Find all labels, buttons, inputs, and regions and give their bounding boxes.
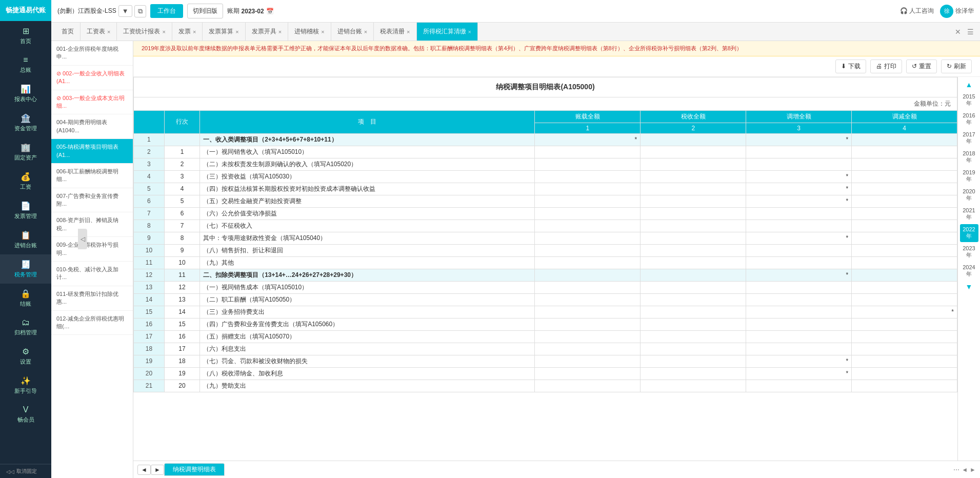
data-cell-r16-c2[interactable] [641,318,746,330]
sheet-tab-item[interactable]: 纳税调整明细表 [164,463,225,476]
data-cell-r6-c2[interactable] [641,195,746,207]
data-cell-r8-c1[interactable] [535,220,641,232]
data-cell-r16-c3[interactable] [746,318,852,330]
doc-item-008[interactable]: 008-资产折旧、摊销及纳税... [51,212,133,237]
sidebar-item-fixed_asset[interactable]: 🏢固定资产 [0,137,51,167]
tab-invoice_in[interactable]: 进销稽核× [288,23,331,41]
year-up-btn[interactable]: ▲ [962,79,977,90]
data-cell-r17-c4[interactable] [852,330,957,343]
data-cell-r19-c2[interactable] [641,355,746,367]
data-cell-r3-c3[interactable] [746,158,852,170]
tab-invoice_calc[interactable]: 发票算算× [203,23,245,41]
xiangmu-cell[interactable]: （五）捐赠支出（填写A105070） [200,330,535,343]
xiangmu-cell[interactable]: （三）业务招待费支出 [200,306,535,318]
sidebar-item-asset_mgmt[interactable]: 🏦资金管理 [0,108,51,137]
sheet-scroll-left-btn[interactable]: ◄ [137,465,151,475]
scroll-dots-btn[interactable]: ⋯ [953,466,959,473]
data-cell-r2-c1[interactable] [535,146,641,158]
data-cell-r7-c4[interactable] [852,207,957,220]
data-cell-r21-c3[interactable] [746,380,852,392]
scroll-right-icon[interactable]: ► [970,466,976,473]
sidebar-item-report_center[interactable]: 📊报表中心 [0,79,51,108]
xiangmu-cell[interactable]: （一）视同销售收入（填写A105010） [200,146,535,158]
data-cell-r7-c2[interactable] [641,207,746,220]
data-cell-r14-c3[interactable] [746,293,852,306]
refresh-btn[interactable]: ↻ 刷新 [941,59,972,73]
sidebar-item-tax_mgmt[interactable]: 🧾税务管理 [0,254,51,284]
data-cell-r17-c3[interactable] [746,330,852,343]
xiangmu-cell[interactable]: （九）其他 [200,256,535,269]
data-cell-r14-c2[interactable] [641,293,746,306]
year-btn-2022年[interactable]: 2022年 [960,224,978,242]
data-cell-r1-c1[interactable]: * [535,133,641,146]
data-cell-r13-c1[interactable] [535,281,641,293]
doc-item-001[interactable]: 001-企业所得税年度纳税申... [51,41,133,66]
data-cell-r13-c3[interactable] [746,281,852,293]
sidebar-item-settings[interactable]: ⚙设置 [0,342,51,371]
company-copy-btn[interactable]: ⧉ [134,5,146,17]
tab-tax_clear[interactable]: 税表清册× [374,23,416,41]
data-cell-r9-c3[interactable]: * [746,232,852,244]
tab-close-payroll[interactable]: × [107,29,110,35]
xiangmu-cell[interactable]: （七）罚金、罚款和被没收财物的损失 [200,355,535,367]
data-cell-r8-c3[interactable] [746,220,852,232]
print-btn[interactable]: 🖨 打印 [870,59,902,73]
data-cell-r11-c3[interactable] [746,256,852,269]
data-cell-r6-c4[interactable] [852,195,957,207]
data-cell-r10-c1[interactable] [535,244,641,256]
doc-item-002[interactable]: ⊘ 002-一般企业收入明细表(A1... [51,66,133,90]
data-cell-r2-c3[interactable] [746,146,852,158]
xiangmu-cell[interactable]: 一、收入类调整项目（2+3+4+5+6+7+8+10+11） [200,133,535,146]
year-btn-2019年[interactable]: 2019年 [960,167,978,185]
year-btn-2016年[interactable]: 2016年 [960,110,978,128]
doc-item-004[interactable]: 004-期间费用明细表(A1040... [51,114,133,139]
data-cell-r4-c4[interactable] [852,170,957,183]
data-cell-r15-c2[interactable] [641,306,746,318]
data-cell-r7-c3[interactable] [746,207,852,220]
data-cell-r8-c2[interactable] [641,220,746,232]
data-cell-r5-c4[interactable] [852,183,957,195]
sidebar-item-sales_ledger[interactable]: 📋进销台账 [0,225,51,254]
tab-close-invoice_ledger[interactable]: × [364,29,367,35]
data-cell-r3-c2[interactable] [641,158,746,170]
calendar-icon[interactable]: 📅 [266,8,274,15]
tab-invoice_open[interactable]: 发票开具× [246,23,288,41]
doc-item-006[interactable]: 006-职工薪酬纳税调整明细... [51,164,133,188]
data-cell-r14-c1[interactable] [535,293,641,306]
back-btn[interactable]: 切到旧版 [187,4,223,18]
xiangmu-cell[interactable]: 其中：专项用途财政性资金（填写A105040） [200,232,535,244]
tab-income_tax[interactable]: 所得税汇算清缴× [417,23,478,41]
xiangmu-cell[interactable]: （五）交易性金融资产初始投资调整 [200,195,535,207]
tab-invoice[interactable]: 发票× [172,23,203,41]
data-cell-r8-c4[interactable] [852,220,957,232]
data-cell-r9-c2[interactable] [641,232,746,244]
data-cell-r12-c2[interactable] [641,269,746,281]
sheet-scroll[interactable]: 纳税调整项目明细表(A105000) 金额单位：元 行次 项 目 账载全额 税收… [133,77,957,461]
company-dropdown-btn[interactable]: ▼ [118,5,132,17]
xiangmu-cell[interactable]: （三）投资收益（填写A105030） [200,170,535,183]
data-cell-r14-c4[interactable] [852,293,957,306]
data-cell-r11-c1[interactable] [535,256,641,269]
data-cell-r12-c4[interactable] [852,269,957,281]
year-btn-2020年[interactable]: 2020年 [960,186,978,204]
panel-collapse-btn[interactable]: ◁ [78,229,87,249]
data-cell-r12-c1[interactable] [535,269,641,281]
doc-item-009[interactable]: 009-企业所得税弥补亏损明... [51,237,133,262]
xiangmu-cell[interactable]: （一）视同销售成本（填写A105010） [200,281,535,293]
sidebar-item-invoice_mgmt[interactable]: 📄发票管理 [0,196,51,225]
data-cell-r3-c4[interactable] [852,158,957,170]
data-cell-r15-c4[interactable]: * [852,306,957,318]
data-cell-r18-c1[interactable] [535,343,641,355]
doc-item-011[interactable]: 011-研发费用加计扣除优惠... [51,286,133,311]
data-cell-r6-c3[interactable]: * [746,195,852,207]
tab-close-tax_clear[interactable]: × [407,29,410,35]
doc-item-005[interactable]: 005-纳税调整项目明细表(A1... [51,139,133,164]
data-cell-r18-c3[interactable] [746,343,852,355]
sidebar-item-new_guide[interactable]: ✨新手引导 [0,371,51,400]
tab-close-invoice_in[interactable]: × [321,29,324,35]
data-cell-r20-c1[interactable] [535,367,641,380]
data-cell-r2-c2[interactable] [641,146,746,158]
data-cell-r11-c2[interactable] [641,256,746,269]
xiangmu-cell[interactable]: （六）公允价值变动净损益 [200,207,535,220]
data-cell-r7-c1[interactable] [535,207,641,220]
